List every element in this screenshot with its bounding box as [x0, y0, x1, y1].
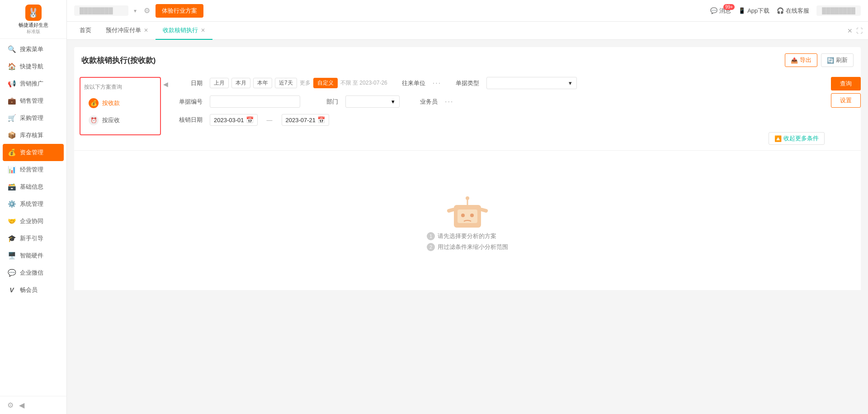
filter-area: 按以下方案查询 💰 按收款 ⏰ 按应收 ◀	[74, 71, 861, 150]
calendar-to-icon[interactable]: 📅	[317, 116, 325, 124]
partner-selector-dots[interactable]: ···	[433, 79, 441, 87]
sidebar-item-sales[interactable]: 💼 销售管理	[0, 92, 66, 109]
sidebar-item-label: 营销推广	[20, 80, 43, 88]
filter-form: 日期 上月 本月 本年 近7天 更多 自定义 不限 至 2023-07-26 往…	[170, 71, 861, 150]
svg-point-3	[470, 214, 474, 217]
sidebar-item-basic-info[interactable]: 🗃️ 基础信息	[0, 178, 66, 195]
sidebar-item-purchase[interactable]: 🛒 采购管理	[0, 109, 66, 127]
sidebar-item-label: 新手引导	[20, 234, 43, 243]
refresh-icon: 🔄	[827, 57, 834, 64]
staff-selector-dots[interactable]: ···	[445, 98, 453, 106]
sidebar-item-guide[interactable]: 🎓 新手引导	[0, 230, 66, 247]
date-custom-btn[interactable]: 自定义	[313, 78, 338, 88]
empty-illustration	[440, 187, 495, 232]
sidebar-item-management[interactable]: 📊 经营管理	[0, 161, 66, 178]
sidebar-item-label: 系统管理	[20, 200, 43, 208]
system-icon: ⚙️	[7, 200, 16, 208]
expand-tab-icon[interactable]: ⛶	[856, 27, 863, 34]
doc-no-input[interactable]	[210, 95, 300, 108]
messages-badge: 99+	[723, 4, 735, 10]
date-quick-group: 上月 本月 本年 近7天 更多 自定义 不限 至 2023-07-26	[210, 78, 387, 88]
date-last-month-btn[interactable]: 上月	[210, 78, 229, 88]
sidebar-item-label: 智能硬件	[20, 252, 43, 260]
dept-label: 部门	[313, 98, 338, 106]
sidebar-item-label: 企业协同	[20, 217, 43, 225]
empty-tip-2: 2 用过滤条件来缩小分析范围	[427, 243, 508, 251]
collapse-more-button[interactable]: 🔼 收起更多条件	[769, 132, 825, 145]
sidebar-item-wechat[interactable]: 💬 企业微信	[0, 264, 66, 281]
sidebar-item-hardware[interactable]: 🖥️ 智能硬件	[0, 247, 66, 264]
page-title: 收款核销执行(按收款)	[81, 55, 156, 66]
sidebar-item-label: 企业微信	[20, 269, 43, 277]
verify-date-to-input[interactable]: 2023-07-21 📅	[282, 114, 330, 126]
date-7days-btn[interactable]: 近7天	[275, 78, 297, 88]
date-this-month-btn[interactable]: 本月	[231, 78, 250, 88]
tab-home[interactable]: 首页	[72, 22, 99, 40]
receipt-option-icon: 💰	[89, 98, 99, 108]
solution-button[interactable]: 体验行业方案	[156, 4, 203, 18]
gear-icon[interactable]: ⚙	[144, 6, 150, 15]
tab-prepay-close-icon[interactable]: ✕	[144, 27, 148, 33]
hardware-icon: 🖥️	[7, 252, 16, 260]
sidebar: 🐰 畅捷通好生意 标准版 🔍 搜索菜单 🏠 快捷导航 📢 营销推广 💼 销售管理…	[0, 0, 67, 414]
tab-collection-close-icon[interactable]: ✕	[201, 27, 205, 33]
sidebar-item-search[interactable]: 🔍 搜索菜单	[0, 41, 66, 58]
verify-date-label: 核销日期	[177, 116, 203, 124]
topbar: ████████ ▾ ⚙ 体验行业方案 💬 消息 99+ 📱 App下载 🎧 在…	[67, 0, 868, 22]
verify-date-from-input[interactable]: 2023-03-01 📅	[210, 114, 258, 126]
filter-option-by-receivable[interactable]: ⏰ 按应收	[84, 112, 156, 129]
home-icon: 🏠	[7, 62, 16, 71]
refresh-button[interactable]: 🔄 刷新	[821, 53, 854, 67]
tab-prepay[interactable]: 预付冲应付单 ✕	[99, 22, 156, 40]
svg-point-5	[466, 196, 469, 200]
app-download-link[interactable]: 📱 App下载	[738, 7, 769, 15]
filter-row-date: 日期 上月 本月 本年 近7天 更多 自定义 不限 至 2023-07-26 往…	[177, 77, 825, 89]
sidebar-item-marketing[interactable]: 📢 营销推广	[0, 75, 66, 92]
date-more-btn[interactable]: 更多	[300, 79, 311, 87]
export-icon: 📤	[791, 57, 798, 64]
close-tab-icon[interactable]: ✕	[847, 27, 853, 34]
messages-link[interactable]: 💬 消息 99+	[710, 7, 731, 15]
svg-rect-1	[458, 209, 477, 223]
settings-footer-icon[interactable]: ⚙	[7, 401, 14, 409]
dept-select[interactable]: ▾	[345, 95, 400, 108]
tab-actions: ✕ ⛶	[847, 27, 863, 34]
date-this-year-btn[interactable]: 本年	[253, 78, 272, 88]
dept-dropdown-icon: ▾	[392, 98, 395, 105]
member-icon: V	[7, 286, 16, 294]
sidebar-item-system[interactable]: ⚙️ 系统管理	[0, 195, 66, 213]
date-label: 日期	[177, 79, 203, 87]
user-name: ████████	[816, 5, 861, 16]
app-edition: 标准版	[27, 29, 40, 35]
export-button[interactable]: 📤 导出	[785, 53, 817, 67]
empty-tips-list: 1 请先选择要分析的方案 2 用过滤条件来缩小分析范围	[427, 232, 508, 254]
query-button[interactable]: 查询	[831, 77, 861, 90]
sidebar-footer: ⚙ ◀	[0, 396, 66, 414]
doc-type-label: 单据类型	[454, 79, 479, 87]
date-range-sep: —	[267, 117, 273, 124]
settings-button[interactable]: 设置	[831, 93, 861, 108]
sidebar-item-nav[interactable]: 🏠 快捷导航	[0, 58, 66, 75]
tab-collection-label: 收款核销执行	[163, 26, 198, 34]
guide-icon: 🎓	[7, 234, 16, 243]
collapse-sidebar-icon[interactable]: ◀	[19, 401, 24, 409]
sidebar-item-inventory[interactable]: 📦 库存核算	[0, 127, 66, 144]
filter-option-by-receipt[interactable]: 💰 按收款	[84, 95, 156, 112]
sidebar-item-member[interactable]: V 畅会员	[0, 281, 66, 299]
dropdown-arrow-icon[interactable]: ▾	[134, 8, 137, 14]
tab-collection[interactable]: 收款核销执行 ✕	[156, 22, 212, 40]
online-service-label: 在线客服	[786, 7, 809, 15]
calendar-from-icon[interactable]: 📅	[246, 116, 254, 124]
sidebar-item-label: 销售管理	[20, 97, 43, 105]
doc-type-select[interactable]: ▾	[486, 77, 577, 89]
sidebar-item-finance[interactable]: 💰 资金管理	[3, 144, 64, 161]
sidebar-item-label: 基础信息	[20, 183, 43, 191]
online-service-link[interactable]: 🎧 在线客服	[777, 7, 809, 15]
sidebar-item-collab[interactable]: 🤝 企业协同	[0, 213, 66, 230]
verify-date-from-value: 2023-03-01	[214, 117, 244, 124]
sidebar-item-label: 采购管理	[20, 114, 43, 122]
collapse-filter-panel-button[interactable]: ◀	[161, 71, 170, 88]
filter-left-wrap: 按以下方案查询 💰 按收款 ⏰ 按应收 ◀	[74, 71, 170, 150]
empty-tip-1: 1 请先选择要分析的方案	[427, 232, 508, 240]
wechat-icon: 💬	[7, 269, 16, 277]
